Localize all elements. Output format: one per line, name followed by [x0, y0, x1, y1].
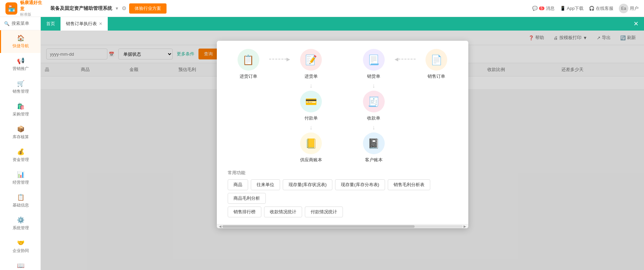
sidebar-search-label: 搜索菜单 — [12, 20, 29, 26]
flow-node-purchase-order[interactable]: 📋 进货订单 — [228, 49, 269, 79]
sidebar-item-quick-nav[interactable]: 🏠 快捷导航 — [0, 30, 40, 53]
sidebar-item-inventory[interactable]: 📦 库存核算 — [0, 121, 40, 144]
online-service-item[interactable]: 🎧 在线客服 — [589, 5, 613, 12]
sidebar-item-system[interactable]: ⚙️ 系统管理 — [0, 212, 40, 235]
app-download-label: App下载 — [567, 5, 584, 12]
purchase-bill-icon: 📝 — [300, 49, 322, 71]
sidebar-item-label-operations: 经营管理 — [13, 180, 29, 185]
tab-close-icon[interactable]: ✕ — [99, 21, 102, 26]
sidebar-item-label-sales: 销售管理 — [13, 89, 29, 94]
flow-arrow-row-1: ↓ ↓ — [228, 82, 457, 89]
tab-sales-order[interactable]: 销售订单执行表 ✕ — [60, 17, 108, 31]
purchase-order-label: 进货订单 — [240, 73, 257, 79]
newbie-icon: 📖 — [17, 262, 24, 269]
enterprise-icon: 🤝 — [17, 239, 24, 247]
sidebar-item-sales[interactable]: 🛒 销售管理 — [0, 76, 40, 98]
trial-button[interactable]: 体验行业方案 — [129, 3, 167, 14]
sales-bill-icon: 📃 — [363, 49, 385, 71]
func-buttons-row1: 商品 往来单位 现存量(库存状况表) 现存量(库存分布表) 销售毛利分析表 商品… — [228, 179, 457, 204]
home-icon: 🏠 — [17, 34, 24, 42]
flow-node-sales-order[interactable]: 📄 销售订单 — [416, 49, 457, 79]
customer-ledger-label: 客户账本 — [365, 157, 383, 163]
headset-icon: 🎧 — [589, 6, 594, 11]
flow-node-payment-bill[interactable]: 💳 付款单 — [290, 91, 332, 121]
sidebar-item-newbie[interactable]: 📖 新手引导 — [0, 258, 40, 270]
message-item[interactable]: 💬 5 消息 — [532, 5, 555, 12]
sidebar-item-finance[interactable]: 💰 资金管理 — [0, 144, 40, 167]
marketing-icon: 📢 — [17, 57, 24, 65]
func-btn-payment-stats[interactable]: 付款情况统计 — [305, 206, 343, 217]
func-btn-sales-rank[interactable]: 销售排行榜 — [228, 206, 261, 217]
logo-sub: 标准版 — [20, 12, 46, 17]
purchase-bill-label: 进货单 — [304, 73, 318, 79]
arrow-down-payment: ↓ — [290, 124, 332, 131]
tab-home[interactable]: 首页 — [41, 17, 60, 31]
tab-sales-order-label: 销售订单执行表 — [66, 21, 97, 27]
user-item[interactable]: Ea 用户 — [619, 4, 639, 13]
flow-arrow-row-3: ↓ ↓ — [228, 124, 457, 131]
app-download-item[interactable]: 📱 App下载 — [560, 5, 584, 12]
customer-ledger-icon: 📓 — [363, 132, 385, 154]
modal-box: 📋 进货订单 ▶ 📝 进货单 — [217, 41, 468, 228]
sales-bill-label: 销货单 — [367, 73, 380, 79]
flow-node-customer-ledger[interactable]: 📓 客户账本 — [353, 132, 395, 163]
sidebar-item-enterprise[interactable]: 🤝 企业协同 — [0, 235, 40, 258]
sidebar-item-label-enterprise: 企业协同 — [13, 248, 29, 254]
sales-order-label: 销售订单 — [428, 73, 445, 79]
receipt-bill-icon: 🧾 — [363, 91, 385, 112]
func-btn-stock-dist[interactable]: 现存量(库存分布表) — [335, 179, 385, 190]
operations-icon: 📊 — [17, 171, 24, 178]
search-icon: 🔍 — [4, 21, 10, 26]
sidebar-item-label-system: 系统管理 — [13, 225, 29, 231]
flow-node-receipt-bill[interactable]: 🧾 收款单 — [353, 91, 395, 121]
arrow-purchase-to-bill: ▶ — [269, 49, 290, 62]
sidebar-item-marketing[interactable]: 📢 营销推广 — [0, 53, 40, 76]
sidebar-item-basic-info[interactable]: 📋 基础信息 — [0, 190, 40, 212]
tab-home-label: 首页 — [46, 21, 55, 27]
sidebar-item-label-quick-nav: 快捷导航 — [13, 43, 29, 49]
modal-scrollbar: ◀ ▶ — [217, 224, 468, 228]
avatar: Ea — [619, 4, 628, 13]
tab-close-main-icon[interactable]: ✕ — [628, 20, 644, 28]
common-functions: 常用功能 商品 往来单位 现存量(库存状况表) 现存量(库存分布表) 销售毛利分… — [228, 170, 457, 217]
sales-icon: 🛒 — [17, 80, 24, 87]
flow-node-sales-bill[interactable]: 📃 销货单 — [353, 49, 395, 79]
scroll-left-icon[interactable]: ◀ — [218, 224, 222, 228]
flow-row-2: 💳 付款单 🧾 收款单 — [228, 91, 457, 121]
flow-node-purchase-bill[interactable]: 📝 进货单 — [290, 49, 332, 79]
top-bar-center: 装备及固定资产辅助管理系统 ▼ ⚙ 体验行业方案 — [50, 3, 528, 14]
func-btn-contacts[interactable]: 往来单位 — [251, 179, 280, 190]
flow-node-supplier-ledger[interactable]: 📒 供应商账本 — [290, 132, 332, 163]
sidebar-item-label-purchase: 采购管理 — [13, 111, 29, 117]
finance-icon: 💰 — [17, 148, 24, 156]
phone-icon: 📱 — [560, 6, 565, 11]
system-icon: ⚙️ — [17, 216, 24, 224]
system-title: 装备及固定资产辅助管理系统 — [50, 5, 112, 12]
user-name-label: 用户 — [630, 5, 639, 12]
arrow-down-purchase: ↓ — [290, 82, 332, 89]
basic-info-icon: 📋 — [17, 194, 24, 201]
func-btn-goods[interactable]: 商品 — [228, 179, 248, 190]
message-badge: 5 — [539, 6, 544, 10]
func-btn-goods-profit[interactable]: 商品毛利分析 — [228, 193, 266, 204]
common-functions-title: 常用功能 — [228, 170, 457, 176]
sidebar: 🔍 搜索菜单 🏠 快捷导航 📢 营销推广 🛒 销售管理 🛍️ 采购管理 📦 库存… — [0, 17, 41, 270]
arrow-down-receipt: ↓ — [353, 124, 395, 131]
sidebar-item-operations[interactable]: 📊 经营管理 — [0, 167, 40, 190]
top-bar-right: 💬 5 消息 📱 App下载 🎧 在线客服 Ea 用户 — [532, 4, 639, 13]
func-btn-receipt-stats[interactable]: 收款情况统计 — [264, 206, 302, 217]
payment-bill-icon: 💳 — [300, 91, 322, 112]
system-dropdown-icon[interactable]: ▼ — [115, 6, 119, 11]
func-btn-stock-status[interactable]: 现存量(库存状况表) — [283, 179, 333, 190]
func-btn-sales-profit[interactable]: 销售毛利分析表 — [388, 179, 430, 190]
content-area: 首页 销售订单执行表 ✕ ✕ ❓ 帮助 🖨 按模板打印 ▼ — [41, 17, 644, 270]
arrow-sales-order-to-bill: ◀ — [395, 49, 415, 62]
scrollbar-track[interactable] — [222, 225, 463, 228]
sidebar-item-purchase[interactable]: 🛍️ 采购管理 — [0, 98, 40, 121]
logo-text: 畅康通好生意 标准版 — [20, 0, 46, 17]
flow-row-4: 📒 供应商账本 📓 客户账本 — [228, 132, 457, 163]
gear-icon[interactable]: ⚙ — [122, 5, 126, 12]
sidebar-search[interactable]: 🔍 搜索菜单 — [0, 17, 40, 30]
scroll-right-icon[interactable]: ▶ — [463, 224, 467, 228]
main-layout: 🔍 搜索菜单 🏠 快捷导航 📢 营销推广 🛒 销售管理 🛍️ 采购管理 📦 库存… — [0, 17, 644, 270]
